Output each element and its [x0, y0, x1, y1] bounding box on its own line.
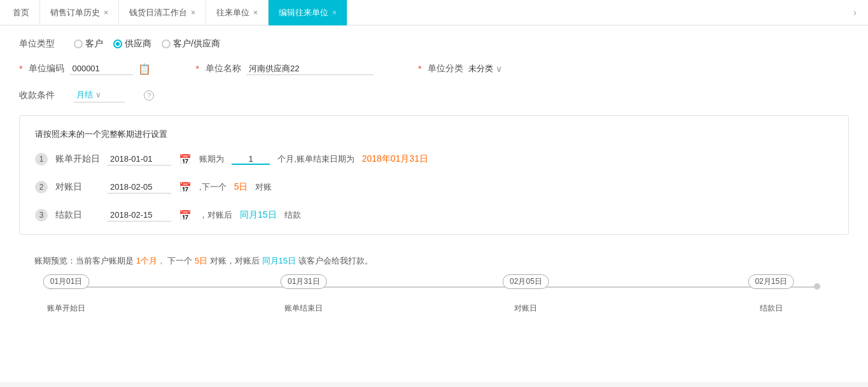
- preview-highlight1: 1个月，: [136, 256, 165, 265]
- tab-sales-order-history-close[interactable]: ×: [104, 8, 108, 17]
- timeline-label-3: 结款日: [760, 303, 783, 314]
- unit-code-field: * 单位编码 📋: [19, 62, 151, 75]
- timeline-node-1: 01月31日 账单结束日: [281, 274, 327, 314]
- preview-highlight3: 同月15日: [262, 256, 296, 265]
- step-3-date-input[interactable]: [108, 209, 171, 222]
- period-settings-card: 请按照未来的一个完整帐期进行设置 1 账单开始日 📅 账期为 个月,账单结束日期…: [19, 115, 849, 235]
- preview-prefix: 账期预览：当前客户账期是: [34, 256, 134, 265]
- step-2-desc-suffix: 对账: [255, 181, 272, 193]
- step-1-calendar-icon[interactable]: 📅: [179, 153, 192, 165]
- unit-category-arrow-icon: ∨: [496, 64, 502, 74]
- timeline-badge-0: 01月01日: [43, 274, 90, 289]
- unit-type-radio-group: 客户 供应商 客户/供应商: [74, 38, 220, 50]
- unit-type-row: 单位类型 客户 供应商 客户/供应商: [19, 38, 849, 50]
- step-2-calendar-icon[interactable]: 📅: [179, 181, 192, 194]
- radio-customer-label: 客户: [85, 38, 103, 50]
- radio-supplier-label: 供应商: [125, 38, 151, 50]
- timeline-badge-1: 01月31日: [281, 274, 327, 289]
- unit-code-label: 单位编码: [29, 63, 64, 74]
- tab-cash-daily-close[interactable]: ×: [191, 8, 195, 17]
- step-1-date-input[interactable]: [108, 153, 171, 165]
- unit-name-label: 单位名称: [206, 63, 241, 74]
- unit-category-star: *: [418, 64, 421, 74]
- preview-mid2: 对账，对账后: [210, 256, 260, 265]
- timeline-section: 01月01日 账单开始日 01月31日 账单结束日 02月05日 对账日 02月…: [19, 277, 849, 347]
- card-title: 请按照未来的一个完整帐期进行设置: [35, 129, 833, 140]
- unit-details-row: * 单位编码 📋 * 单位名称 * 单位分类 未分类 ∨: [19, 62, 849, 75]
- tab-partner-unit-label: 往来单位: [216, 7, 249, 18]
- step-3-num: 3: [35, 209, 48, 222]
- timeline-node-2: 02月05日 对账日: [503, 274, 549, 314]
- unit-category-field: * 单位分类 未分类 ∨: [418, 63, 502, 74]
- preview-highlight2: 5日: [195, 256, 207, 265]
- preview-section: 账期预览：当前客户账期是 1个月， 下一个 5日 对账，对账后 同月15日 该客…: [19, 245, 849, 277]
- timeline-badge-3: 02月15日: [748, 274, 794, 289]
- step-3-desc-suffix: 结款: [284, 209, 301, 221]
- unit-code-copy-icon[interactable]: 📋: [138, 63, 151, 75]
- radio-customer[interactable]: 客户: [74, 38, 103, 50]
- step-3-calendar-icon[interactable]: 📅: [179, 209, 192, 222]
- step-2-row: 2 对账日 📅 ,下一个5日对账: [35, 181, 833, 194]
- step-1-num: 1: [35, 153, 48, 165]
- timeline-wrapper: 01月01日 账单开始日 01月31日 账单结束日 02月05日 对账日 02月…: [51, 283, 817, 334]
- step-3-label: 结款日: [55, 209, 100, 221]
- tab-home[interactable]: 首页: [6, 0, 40, 25]
- payment-terms-row: 收款条件 月结 ∨ ?: [19, 88, 849, 102]
- tab-cash-daily-label: 钱货日清工作台: [129, 7, 187, 18]
- radio-supplier-circle: [113, 39, 122, 48]
- step-1-period-unit: 个月,账单结束日期为: [277, 153, 354, 165]
- payment-terms-label: 收款条件: [19, 90, 55, 101]
- unit-name-star: *: [195, 64, 199, 74]
- tabs-scroll-right-icon[interactable]: ›: [848, 7, 862, 18]
- step-3-desc-highlight: 同月15日: [240, 209, 277, 221]
- unit-type-label: 单位类型: [19, 38, 55, 50]
- tab-sales-order-history[interactable]: 销售订单历史 ×: [40, 0, 119, 25]
- timeline-node-0: 01月01日 账单开始日: [43, 274, 90, 314]
- radio-both-label: 客户/供应商: [173, 38, 220, 50]
- main-content: 单位类型 客户 供应商 客户/供应商 * 单位编码 📋 * 单位名称: [0, 25, 868, 382]
- preview-suffix: 该客户会给我打款。: [298, 256, 373, 265]
- unit-name-field: * 单位名称: [195, 62, 373, 75]
- step-1-row: 1 账单开始日 📅 账期为 个月,账单结束日期为 2018年01月31日: [35, 153, 833, 165]
- tab-partner-unit[interactable]: 往来单位 ×: [206, 0, 269, 25]
- radio-customer-circle: [74, 39, 83, 48]
- step-1-label: 账单开始日: [55, 153, 100, 165]
- timeline-end-dot: [814, 283, 820, 290]
- timeline-label-1: 账单结束日: [284, 303, 323, 314]
- unit-category-dropdown[interactable]: 未分类 ∨: [468, 63, 502, 74]
- unit-category-label: 单位分类: [428, 63, 463, 74]
- step-2-date-input[interactable]: [108, 181, 171, 194]
- payment-terms-value: 月结: [76, 89, 93, 101]
- timeline-label-0: 账单开始日: [47, 303, 85, 314]
- step-3-desc-prefix: ，对账后: [199, 209, 232, 221]
- tab-edit-partner-unit[interactable]: 编辑往来单位 ×: [269, 0, 347, 25]
- step-2-desc-highlight: 5日: [234, 181, 248, 193]
- payment-terms-arrow-icon: ∨: [95, 90, 101, 99]
- radio-supplier[interactable]: 供应商: [113, 38, 151, 50]
- unit-name-input[interactable]: [246, 62, 374, 75]
- unit-code-star: *: [19, 64, 22, 74]
- tab-edit-partner-unit-close[interactable]: ×: [332, 8, 337, 17]
- tabs-bar: 首页 销售订单历史 × 钱货日清工作台 × 往来单位 × 编辑往来单位 × ›: [0, 0, 868, 25]
- unit-code-input[interactable]: [69, 62, 133, 75]
- tab-sales-order-history-label: 销售订单历史: [50, 7, 100, 18]
- timeline-badge-2: 02月05日: [503, 274, 549, 289]
- step-3-row: 3 结款日 📅 ，对账后同月15日结款: [35, 209, 833, 222]
- step-1-period-input[interactable]: [232, 154, 270, 165]
- payment-terms-dropdown[interactable]: 月结 ∨: [74, 88, 125, 102]
- unit-category-value: 未分类: [468, 63, 493, 74]
- timeline-line: [51, 286, 817, 288]
- preview-mid1: 下一个: [167, 256, 192, 265]
- tab-cash-daily[interactable]: 钱货日清工作台 ×: [119, 0, 206, 25]
- radio-both[interactable]: 客户/供应商: [162, 38, 220, 50]
- tab-edit-partner-unit-label: 编辑往来单位: [279, 7, 328, 18]
- step-1-period-end: 2018年01月31日: [362, 153, 428, 165]
- tab-partner-unit-close[interactable]: ×: [253, 8, 258, 17]
- step-2-desc-prefix: ,下一个: [199, 181, 227, 193]
- timeline-label-2: 对账日: [514, 303, 537, 314]
- payment-terms-help-icon[interactable]: ?: [144, 90, 154, 101]
- radio-both-circle: [162, 39, 171, 48]
- step-1-period-label: 账期为: [199, 153, 224, 165]
- timeline-node-3: 02月15日 结款日: [748, 274, 794, 314]
- step-2-label: 对账日: [55, 181, 100, 193]
